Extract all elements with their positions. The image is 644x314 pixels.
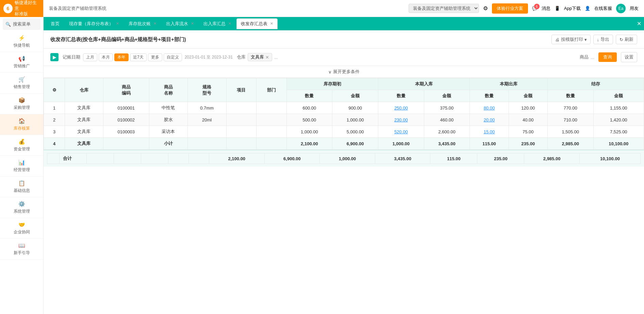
goods-more-btn[interactable]: ... <box>591 55 594 60</box>
footer-close-qty: 2,985.00 <box>524 153 580 164</box>
close-all-icon[interactable]: ✕ <box>637 20 641 27</box>
table-row: 1文具库0100001中性笔0.7mm600.00900.00250.00375… <box>44 102 644 114</box>
tab-recv-send-close[interactable]: ✕ <box>270 21 273 26</box>
sidebar-item-operations[interactable]: 📊 经营管理 <box>0 156 43 177</box>
row-out-amt: 120.00 <box>509 102 547 114</box>
goods-label: 商品 <box>580 54 589 60</box>
setting-btn[interactable]: 设置 <box>621 52 637 62</box>
table-footer: 合计 2,100.00 6,900.00 1,000.00 3,435.00 1… <box>44 150 644 167</box>
table-row: 3文具库0100003采访本1,000.005,000.00520.002,60… <box>44 126 644 138</box>
filter-toggle-btn[interactable]: ▶ <box>50 53 59 61</box>
row-dept <box>257 114 286 126</box>
col-spec-header: 规格型号 <box>187 78 226 102</box>
tab-inventory-dist-close[interactable]: ✕ <box>116 21 119 26</box>
topbar: 装备及固定资产辅助管理系统 装备及固定资产辅助管理系统 ⚙ 体验行业方案 💬 6… <box>44 0 644 17</box>
sidebar-item-finance[interactable]: 💰 资金管理 <box>0 135 43 156</box>
col-out-qty-header: 数量 <box>470 90 509 102</box>
guide-icon: 📖 <box>18 242 25 249</box>
row-in-qty[interactable]: 1,000.00 <box>378 138 424 150</box>
sidebar-item-purchase[interactable]: 📦 采购管理 <box>0 94 43 114</box>
row-out-qty[interactable]: 115.00 <box>470 138 509 150</box>
date-btn-this-year[interactable]: 本年 <box>114 53 129 61</box>
sidebar-item-system[interactable]: ⚙️ 系统管理 <box>0 197 43 218</box>
app-download-label[interactable]: App下载 <box>564 5 581 12</box>
refresh-btn[interactable]: ↻ 刷新 <box>616 35 637 44</box>
date-btn-custom[interactable]: 自定义 <box>164 53 182 61</box>
gear-icon[interactable]: ⚙ <box>483 5 488 12</box>
row-open-amt: 5,000.00 <box>332 126 378 138</box>
sidebar-item-base-info[interactable]: 📋 基础信息 <box>0 177 43 197</box>
row-out-qty[interactable]: 20.00 <box>470 114 509 126</box>
row-out-qty[interactable]: 15.00 <box>470 126 509 138</box>
enterprise-icon: 🤝 <box>18 221 25 228</box>
row-in-qty[interactable]: 520.00 <box>378 126 424 138</box>
sidebar-item-sales-label: 销售管理 <box>14 84 30 90</box>
row-dept <box>257 138 286 150</box>
sidebar-item-inventory[interactable]: 🏠 库存核算 <box>0 114 43 135</box>
col-settings-header[interactable]: ⚙ <box>44 78 65 102</box>
tab-inventory-dist[interactable]: 现存量（库存分布表） ✕ <box>65 18 123 29</box>
row-dept <box>257 102 286 114</box>
sidebar-item-guide[interactable]: 📖 新手引导 <box>0 239 43 260</box>
system-selector[interactable]: 装备及固定资产辅助管理系统 <box>409 4 479 13</box>
sidebar-item-marketing[interactable]: 📢 营销推广 <box>0 52 43 73</box>
print-btn[interactable]: 🖨 按模版打印 ▾ <box>551 35 591 44</box>
query-btn[interactable]: 查询 <box>598 52 617 62</box>
warehouse-more-btn[interactable]: ... <box>274 55 278 60</box>
sidebar-item-sales[interactable]: 🛒 销售管理 <box>0 73 43 94</box>
row-out-qty[interactable]: 80.00 <box>470 102 509 114</box>
footer-in-amt: 3,435.00 <box>375 153 430 164</box>
row-open-qty: 1,000.00 <box>286 126 332 138</box>
tab-recv-send[interactable]: 收发存汇总表 ✕ <box>236 18 278 29</box>
col-open-amt-header: 金额 <box>332 90 378 102</box>
sidebar-item-quick-nav[interactable]: ⚡ 快捷导航 <box>0 31 43 52</box>
row-no: 1 <box>44 102 65 114</box>
search-menu[interactable]: 🔍 搜索菜单 <box>3 18 40 30</box>
row-close-qty: 710.00 <box>547 114 593 126</box>
tab-batch[interactable]: 库存批次账 ✕ <box>124 18 161 29</box>
date-btn-last-month[interactable]: 上月 <box>83 53 97 61</box>
sidebar-item-inventory-label: 库存核算 <box>14 126 30 131</box>
tab-batch-close[interactable]: ✕ <box>153 21 156 26</box>
export-btn[interactable]: ↓ 导出 <box>593 35 613 44</box>
tab-summary-close[interactable]: ✕ <box>228 21 231 26</box>
app-download-icon[interactable]: 📱 <box>555 6 560 11</box>
warehouse-tag-remove[interactable]: ✕ <box>265 55 269 60</box>
date-btn-this-month[interactable]: 本月 <box>99 53 113 61</box>
row-project <box>226 114 256 126</box>
row-out-amt: 235.00 <box>509 138 547 150</box>
tab-flow[interactable]: 出入库流水 ✕ <box>162 18 198 29</box>
user-name[interactable]: 用友 <box>630 5 639 12</box>
date-btn-7days[interactable]: 近7天 <box>130 53 147 61</box>
finance-icon: 💰 <box>18 138 25 145</box>
warehouse-tag: 文具库 ✕ <box>248 53 272 61</box>
col-name-header: 商品名称 <box>149 78 187 102</box>
tab-flow-close[interactable]: ✕ <box>191 21 194 26</box>
data-table-wrap: ⚙ 仓库 商品编码 商品名称 规格型号 项目 部门 库存期初 本期入库 本期出库… <box>44 78 644 314</box>
tab-home[interactable]: 首页 <box>46 18 64 29</box>
row-name: 胶水 <box>149 114 187 126</box>
footer-open-amt: 6,900.00 <box>264 153 320 164</box>
data-table: ⚙ 仓库 商品编码 商品名称 规格型号 项目 部门 库存期初 本期入库 本期出库… <box>44 78 644 150</box>
row-in-amt: 375.00 <box>424 102 470 114</box>
online-support-label[interactable]: 在线客服 <box>594 5 612 12</box>
experience-btn[interactable]: 体验行业方案 <box>492 3 528 14</box>
row-open-amt: 900.00 <box>332 102 378 114</box>
footer-in-qty: 1,000.00 <box>320 153 375 164</box>
print-icon: 🖨 <box>555 37 560 42</box>
export-btn-label: 导出 <box>600 36 609 43</box>
tabbar: 首页 现存量（库存分布表） ✕ 库存批次账 ✕ 出入库流水 ✕ 出入库汇总 ✕ … <box>44 17 644 31</box>
refresh-icon: ↻ <box>620 37 623 42</box>
sidebar-item-operations-label: 经营管理 <box>14 167 30 173</box>
content-area: 收发存汇总表(按仓库+商品编码+商品+规格型号+项目+部门) 🖨 按模版打印 ▾… <box>44 31 644 314</box>
date-btn-more[interactable]: 更多 <box>148 53 162 61</box>
sidebar-item-enterprise[interactable]: 🤝 企业协同 <box>0 218 43 239</box>
message-icon[interactable]: 💬 6 <box>532 6 538 11</box>
col-close-amt-header: 金额 <box>593 90 644 102</box>
tab-summary[interactable]: 出入库汇总 ✕ <box>199 18 236 29</box>
row-in-qty[interactable]: 230.00 <box>378 114 424 126</box>
warehouse-label: 仓库 <box>237 54 246 60</box>
expand-btn[interactable]: ∨ 展开更多条件 <box>328 69 360 75</box>
quick-nav-icon: ⚡ <box>18 35 25 41</box>
row-in-qty[interactable]: 250.00 <box>378 102 424 114</box>
